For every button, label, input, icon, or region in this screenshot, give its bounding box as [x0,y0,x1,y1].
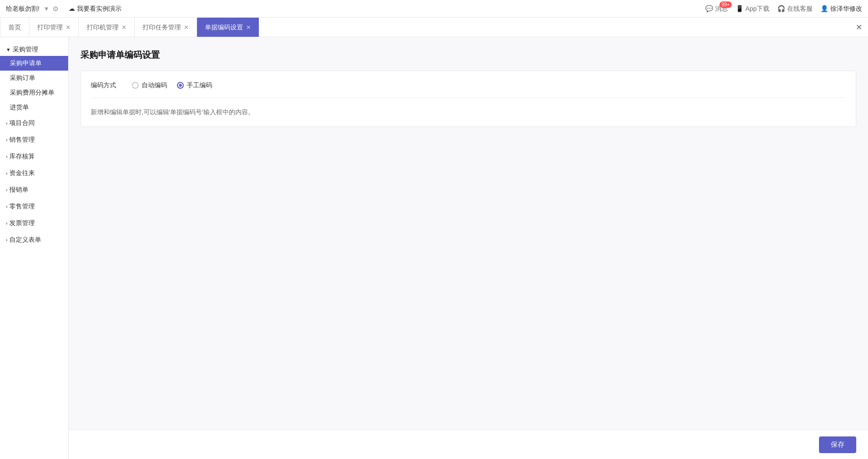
encoding-label: 编码方式 [91,81,116,90]
radio-manual-encoding[interactable]: 手工编码 [177,81,212,90]
gear-icon[interactable]: ⚙ [52,5,59,13]
tab-print-mgmt-label: 打印管理 [37,23,63,32]
arrow-right-icon-5: › [6,187,7,193]
layout: ▼ 采购管理 采购申请单 采购订单 采购费用分摊单 进货单 › 项目合同 › 销… [0,37,868,459]
arrow-right-icon-6: › [6,204,7,209]
tab-print-mgmt[interactable]: 打印管理 ✕ [29,18,79,37]
sidebar-group-inventory[interactable]: › 库存核算 [0,148,68,165]
tab-printer-mgmt-close[interactable]: ✕ [122,24,126,31]
content-area: 采购申请单编码设置 编码方式 自动编码 手工编码 [69,37,868,430]
main-content: 采购申请单编码设置 编码方式 自动编码 手工编码 [69,37,868,459]
tab-bar-end: ✕ [850,23,868,32]
window-close-btn[interactable]: ✕ [856,23,862,32]
sidebar-item-purchase-request[interactable]: 采购申请单 [0,56,68,71]
top-bar-icons: ▼ ⚙ [44,5,59,13]
tab-printer-mgmt-label: 打印机管理 [87,23,119,32]
arrow-right-icon-4: › [6,171,7,176]
tab-printer-mgmt[interactable]: 打印机管理 ✕ [79,18,135,37]
arrow-right-icon: › [6,121,7,126]
encoding-radio-group: 自动编码 手工编码 [132,81,212,90]
arrow-right-icon-8: › [6,237,7,243]
top-bar: 给老板勿割! ▼ ⚙ ☁ 我要看实例演示 💬 消息 99+ 📱 App下载 🎧 … [0,0,868,18]
arrow-right-icon-2: › [6,137,7,143]
phone-icon: 📱 [736,5,744,12]
sidebar-item-purchase-order[interactable]: 采购订单 [0,71,68,85]
sidebar-group-purchase[interactable]: ▼ 采购管理 [0,41,68,56]
demo-button[interactable]: ☁ 我要看实例演示 [69,4,122,13]
sidebar-group-finance[interactable]: › 资金往来 [0,165,68,181]
sidebar-group-project[interactable]: › 项目合同 [0,115,68,131]
tab-print-task-label: 打印任务管理 [143,23,181,32]
hint-text: 新增和编辑单据时,可以编辑'单据编码号'输入框中的内容。 [91,108,846,117]
sidebar-group-return[interactable]: › 报销单 [0,181,68,198]
tab-home-label: 首页 [8,23,21,32]
sidebar-group-invoice[interactable]: › 发票管理 [0,215,68,231]
message-badge: 99+ [719,1,732,8]
radio-manual-label: 手工编码 [187,81,212,90]
sidebar-group-retail[interactable]: › 零售管理 [0,198,68,215]
radio-auto-circle [132,82,139,89]
sidebar: ▼ 采购管理 采购申请单 采购订单 采购费用分摊单 进货单 › 项目合同 › 销… [0,37,69,459]
tab-home[interactable]: 首页 [0,18,29,37]
app-title: 给老板勿割! [6,4,40,13]
arrow-right-icon-7: › [6,221,7,226]
dropdown-icon[interactable]: ▼ [44,5,50,12]
radio-manual-circle [177,82,184,89]
app-download-button[interactable]: 📱 App下载 [736,4,769,13]
sidebar-item-stock-in[interactable]: 进货单 [0,100,68,115]
sidebar-item-purchase-expense[interactable]: 采购费用分摊单 [0,85,68,100]
page-title: 采购申请单编码设置 [80,49,856,61]
message-icon: 💬 [705,5,713,12]
tab-bar: 首页 打印管理 ✕ 打印机管理 ✕ 打印任务管理 ✕ 单据编码设置 ✕ ✕ [0,18,868,37]
arrow-right-icon-3: › [6,154,7,159]
tab-print-task-close[interactable]: ✕ [184,24,189,31]
message-button[interactable]: 💬 消息 99+ [705,4,728,13]
user-menu[interactable]: 👤 徐泽华修改 [820,4,862,13]
encoding-section-card: 编码方式 自动编码 手工编码 新增和编辑单据时,可 [80,71,856,127]
arrow-down-icon: ▼ [6,47,11,52]
tab-doc-code-close[interactable]: ✕ [246,24,251,31]
tab-print-task[interactable]: 打印任务管理 ✕ [135,18,197,37]
tab-doc-code[interactable]: 单据编码设置 ✕ [197,18,259,37]
avatar-icon: 👤 [820,5,828,12]
sidebar-group-sales[interactable]: › 销售管理 [0,131,68,148]
headset-icon: 🎧 [777,5,785,12]
top-bar-right: 💬 消息 99+ 📱 App下载 🎧 在线客服 👤 徐泽华修改 [705,4,862,13]
cloud-icon: ☁ [69,5,75,12]
footer: 保存 [69,430,868,459]
encoding-method-row: 编码方式 自动编码 手工编码 [91,81,846,98]
sidebar-group-custom[interactable]: › 自定义表单 [0,231,68,248]
radio-auto-label: 自动编码 [142,81,167,90]
save-button[interactable]: 保存 [819,436,856,453]
top-bar-left: 给老板勿割! ▼ ⚙ ☁ 我要看实例演示 [6,4,122,13]
online-service-button[interactable]: 🎧 在线客服 [777,4,813,13]
tab-print-mgmt-close[interactable]: ✕ [66,24,71,31]
tab-doc-code-label: 单据编码设置 [205,23,243,32]
radio-auto-encoding[interactable]: 自动编码 [132,81,167,90]
